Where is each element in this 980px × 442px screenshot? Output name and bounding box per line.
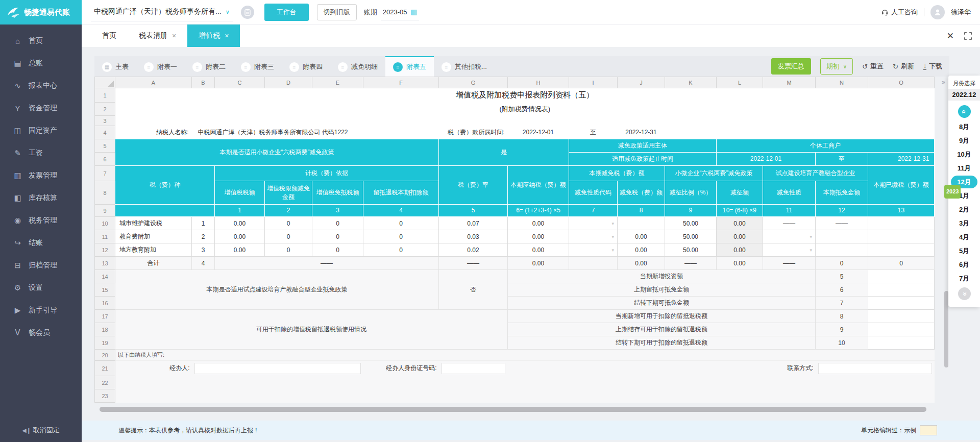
download-button[interactable]: ↓下载 [923,62,942,71]
cell[interactable]: 0 [312,243,363,257]
scroll-up-icon[interactable]: « [958,105,971,118]
tab-首页[interactable]: 首页 [91,24,128,47]
row-number[interactable]: 2 [95,103,115,116]
horizontal-scrollbar[interactable] [100,407,926,412]
opening-balance-button[interactable]: 期初 ∨ [820,58,853,75]
period-picker[interactable]: 2023-05 ▦ [381,4,419,20]
row-number[interactable]: 19 [95,336,115,350]
cell[interactable]: 0 [312,230,363,243]
cell[interactable] [868,230,935,243]
sheet-tab-附表一[interactable]: ≡附表一 [136,56,185,77]
cell[interactable]: 0 [312,217,363,230]
cell[interactable]: 0 [265,217,312,230]
sheet-tab-主表[interactable]: ▦主表 [94,56,136,77]
cell[interactable]: 0 [363,230,439,243]
cell[interactable] [192,361,363,376]
sidebar-item-funds[interactable]: ¥资金管理 [0,97,82,119]
cell[interactable]: 1 [192,217,215,230]
cell[interactable] [816,243,868,257]
cell[interactable]: 0.02 [439,243,508,257]
cell[interactable] [868,297,935,310]
cell[interactable]: ▾ [569,217,618,230]
workbench-button[interactable]: 工作台 [264,4,309,21]
column-letter[interactable]: M [763,77,816,88]
cell[interactable] [868,217,935,230]
sidebar-item-closing[interactable]: ↪结账 [0,232,82,254]
row-number[interactable]: 11 [95,230,115,243]
month-item[interactable]: 6月 [951,258,977,271]
cell[interactable]: ▾ [569,230,618,243]
cell[interactable]: 0.00 [215,243,265,257]
cell[interactable]: 0 [265,230,312,243]
cell[interactable] [439,361,508,376]
cell[interactable]: 0.03 [439,230,508,243]
row-number[interactable]: 8 [95,181,115,205]
column-letter[interactable]: E [312,77,363,88]
cell-input[interactable] [818,363,932,374]
switch-old-version-button[interactable]: 切到旧版 [317,4,357,20]
tab-税表清册[interactable]: 税表清册× [128,24,187,47]
cell[interactable]: 0.00 [717,230,763,243]
cell[interactable]: 0.00 [215,217,265,230]
cell[interactable]: 3 [192,243,215,257]
row-number[interactable]: 10 [95,217,115,230]
cell[interactable]: 0 [265,243,312,257]
cell[interactable]: 0.00 [508,243,569,257]
row-number[interactable]: 15 [95,283,115,297]
sidebar-item-archive[interactable]: ⊟归档管理 [0,254,82,277]
cell[interactable]: —— [763,217,816,230]
column-letter[interactable]: O [868,77,935,88]
month-item[interactable]: 1月2023 [951,189,977,202]
column-letter[interactable]: G [439,77,508,88]
month-item[interactable]: 10月 [951,148,977,161]
cell[interactable]: 0.00 [717,243,763,257]
cell[interactable]: 0.07 [439,217,508,230]
cell[interactable] [618,217,665,230]
month-item[interactable]: 9月 [951,134,977,147]
cell[interactable]: 0.00 [618,230,665,243]
cell[interactable]: 50.00 [665,217,717,230]
sidebar-item-guide[interactable]: ▶新手引导 [0,299,82,322]
row-number[interactable]: 12 [95,243,115,257]
cell[interactable]: ▾ [763,243,816,257]
cell[interactable]: 0 [363,217,439,230]
cell[interactable]: 0.00 [508,217,569,230]
month-item[interactable]: 3月 [951,217,977,230]
row-number[interactable]: 23 [95,389,115,403]
column-letter[interactable]: H [508,77,569,88]
row-number[interactable]: 7 [95,166,115,181]
row-number[interactable]: 1 [95,88,115,103]
cell[interactable]: 地方教育附加 [115,243,192,257]
column-letter[interactable]: C [215,77,265,88]
row-number[interactable]: 13 [95,257,115,270]
column-letter[interactable]: K [665,77,717,88]
sidebar-item-ledger[interactable]: ▤总账 [0,52,82,75]
sheet-tab-附表二[interactable]: ≡附表二 [185,56,233,77]
clipboard-badge-icon[interactable] [241,6,254,19]
sidebar-item-tax[interactable]: ◉税务管理 [0,209,82,232]
company-selector[interactable]: 中税网通广泽（天津）税务师事务所有... ∨ [91,3,233,21]
tab-增值税[interactable]: 增值税× [187,24,240,47]
cell[interactable]: ▾ [763,230,816,243]
month-item[interactable]: 4月 [951,231,977,243]
cell[interactable] [868,243,935,257]
support-button[interactable]: 人工咨询 [881,8,918,17]
cell[interactable] [868,323,935,336]
vertical-scrollbar[interactable] [944,291,948,367]
row-number[interactable]: 14 [95,270,115,283]
column-letter[interactable]: N [816,77,868,88]
more-columns-icon[interactable]: » [942,78,945,86]
cell[interactable] [868,270,935,283]
cell[interactable]: ▾ [569,243,618,257]
row-number[interactable]: 18 [95,323,115,336]
cell[interactable] [868,310,935,323]
month-item[interactable]: 11月 [951,162,977,175]
month-item[interactable]: 7月 [951,272,977,285]
column-letter[interactable]: I [569,77,618,88]
close-icon[interactable]: × [225,32,229,40]
cell-input[interactable] [194,363,361,374]
row-number[interactable]: 4 [95,126,115,139]
close-icon[interactable]: × [172,32,176,40]
scroll-down-icon[interactable]: « [958,287,971,300]
refresh-button[interactable]: ↻刷新 [893,62,914,71]
